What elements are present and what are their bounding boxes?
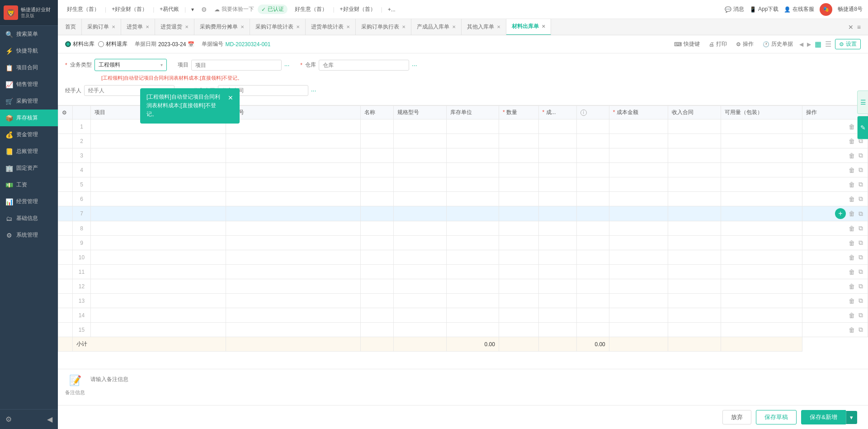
topbar-dropdown-button[interactable]: ▾	[188, 5, 198, 14]
business-type-select[interactable]: 工程领料 ▾	[94, 59, 167, 71]
copy-row-button[interactable]: ⧉	[858, 224, 864, 233]
sidebar-item-inventory[interactable]: 📦 库存核算	[0, 110, 58, 126]
cell-project[interactable]	[91, 206, 226, 221]
col-header-settings[interactable]: ⚙	[58, 106, 73, 119]
delete-row-button[interactable]: 🗑	[848, 253, 856, 262]
history-button[interactable]: 🕐 历史单据	[760, 39, 796, 49]
copy-row-button[interactable]: ⧉	[858, 310, 864, 320]
table-project-input[interactable]	[94, 210, 222, 217]
sidebar-item-finance[interactable]: 💰 资金管理	[0, 126, 58, 143]
tab-purchase-expense[interactable]: 采购费用分摊单 ✕	[194, 19, 250, 35]
copy-row-button[interactable]: ⧉	[858, 165, 864, 175]
delete-row-button[interactable]: 🗑	[848, 311, 856, 320]
tab-close-all-button[interactable]: ✕	[846, 23, 855, 32]
sidebar-item-sales[interactable]: 📈 销售管理	[0, 76, 58, 93]
delete-row-button[interactable]: 🗑	[848, 137, 856, 146]
tab-goods-in-stats[interactable]: 进货单统计表 ✕	[306, 19, 356, 35]
cell-material-no[interactable]	[226, 206, 361, 221]
tab-purchase-order-close[interactable]: ✕	[112, 24, 115, 29]
tab-other-inbound-close[interactable]: ✕	[497, 24, 500, 29]
next-record-button[interactable]: ▶	[807, 41, 811, 48]
delete-row-button[interactable]: 🗑	[848, 195, 856, 204]
warehouse-dots-button[interactable]: ···	[412, 62, 417, 69]
tab-purchase-expense-close[interactable]: ✕	[241, 24, 244, 29]
copy-row-button[interactable]: ⧉	[858, 194, 864, 204]
topbar-nav-item-2[interactable]: +易代账	[156, 4, 183, 15]
settings-bottom-button[interactable]: ⚙	[4, 413, 14, 425]
sidebar-item-shortcut[interactable]: ⚡ 快捷导航	[0, 43, 58, 59]
info-icon[interactable]: i	[580, 110, 587, 116]
delete-row-button[interactable]: 🗑	[848, 267, 856, 276]
tab-material-out-close[interactable]: ✕	[542, 24, 545, 29]
sidebar-item-basic[interactable]: 🗂 基础信息	[0, 210, 58, 227]
add-row-button[interactable]: +	[835, 208, 846, 219]
sidebar-item-operations[interactable]: 📊 经营管理	[0, 193, 58, 210]
copy-row-button[interactable]: ⧉	[858, 267, 864, 276]
topbar-nav-item-0[interactable]: 好生意（首）	[63, 4, 103, 15]
tab-goods-return-close[interactable]: ✕	[185, 24, 189, 29]
sidebar-item-system[interactable]: ⚙ 系统管理	[0, 227, 58, 243]
delete-row-button[interactable]: 🗑	[848, 224, 856, 233]
shortcut-key-button[interactable]: ⌨ 快捷键	[671, 39, 703, 49]
tab-purchase-stats[interactable]: 采购订单统计表 ✕	[250, 19, 306, 35]
prev-record-button[interactable]: ◀	[799, 41, 803, 48]
sidebar-item-project[interactable]: 📋 项目合同	[0, 59, 58, 76]
save-new-button[interactable]: 保存&新增	[801, 410, 846, 424]
tab-home[interactable]: 首页	[60, 19, 82, 35]
copy-row-button[interactable]: ⧉	[858, 238, 864, 248]
copy-row-button[interactable]: ⧉	[858, 296, 864, 305]
delete-row-button[interactable]: 🗑	[848, 180, 856, 189]
tab-finished-goods-close[interactable]: ✕	[452, 24, 456, 29]
tab-goods-in-close[interactable]: ✕	[146, 24, 149, 29]
tab-purchase-exec[interactable]: 采购订单执行表 ✕	[356, 19, 411, 35]
right-panel-btn-2[interactable]: ✎	[857, 116, 868, 139]
tab-purchase-stats-close[interactable]: ✕	[296, 24, 300, 29]
copy-row-button[interactable]: ⧉	[858, 209, 864, 219]
collapse-sidebar-button[interactable]: ◀	[45, 413, 54, 425]
sidebar-item-purchase[interactable]: 🛒 采购管理	[0, 93, 58, 110]
delete-row-button[interactable]: 🗑	[848, 296, 856, 305]
delete-row-button[interactable]: 🗑	[848, 325, 856, 334]
save-draft-button[interactable]: 保存草稿	[756, 410, 797, 424]
delete-row-button[interactable]: 🗑	[848, 209, 856, 218]
tab-list-button[interactable]: ≡	[855, 23, 863, 32]
topbar-experience[interactable]: ☁ 我要体验一下	[214, 5, 254, 13]
user-avatar[interactable]: 🎭	[820, 3, 832, 16]
tab-finished-goods[interactable]: 产成品入库单 ✕	[411, 19, 462, 35]
project-dots-button[interactable]: ···	[284, 62, 290, 69]
online-service-button[interactable]: 👤 在线客服	[784, 5, 814, 13]
income-contract-dots-button[interactable]: ···	[311, 87, 316, 94]
grid-view-button[interactable]: ▦	[815, 40, 821, 48]
topbar-gear-icon[interactable]: ⚙	[201, 6, 207, 13]
tab-material-out[interactable]: 材料出库单 ✕	[506, 19, 551, 35]
topbar-more-item-0[interactable]: 好生意（首）	[291, 4, 331, 15]
copy-row-button[interactable]: ⧉	[858, 253, 864, 262]
topbar-more-item-2[interactable]: +...	[384, 5, 399, 14]
settings-button[interactable]: ⚙ 设置	[835, 39, 861, 49]
radio-material-return[interactable]: 材料退库	[98, 40, 127, 48]
delete-row-button[interactable]: 🗑	[848, 282, 856, 291]
tab-purchase-order[interactable]: 采购订单 ✕	[82, 19, 121, 35]
right-panel-btn-1[interactable]: ☰	[857, 91, 868, 114]
sidebar-item-salary[interactable]: 💵 工资	[0, 176, 58, 193]
topbar-more-item-1[interactable]: +好业财（首）	[336, 4, 379, 15]
copy-row-button[interactable]: ⧉	[858, 281, 864, 291]
tab-goods-return[interactable]: 进货退货 ✕	[155, 19, 194, 35]
tooltip-close-button[interactable]: ✕	[228, 93, 233, 103]
list-view-button[interactable]: ☰	[825, 40, 831, 48]
save-new-dropdown-arrow[interactable]: ▾	[846, 411, 857, 424]
print-button[interactable]: 🖨 打印	[706, 39, 730, 49]
tab-purchase-exec-close[interactable]: ✕	[402, 24, 406, 29]
notes-input[interactable]	[90, 375, 861, 388]
warehouse-input[interactable]	[319, 60, 409, 71]
delete-row-button[interactable]: 🗑	[848, 151, 856, 160]
topbar-certified[interactable]: ✓ 已认证	[258, 5, 288, 14]
message-button[interactable]: 💬 消息	[725, 5, 744, 13]
radio-material-out[interactable]: 材料出库	[65, 40, 94, 48]
table-material-no-input[interactable]	[230, 210, 357, 217]
copy-row-button[interactable]: ⧉	[858, 325, 864, 334]
copy-row-button[interactable]: ⧉	[858, 151, 864, 160]
delete-row-button[interactable]: 🗑	[848, 122, 856, 131]
operations-button[interactable]: ⚙ 操作	[733, 39, 756, 49]
delete-row-button[interactable]: 🗑	[848, 166, 856, 175]
